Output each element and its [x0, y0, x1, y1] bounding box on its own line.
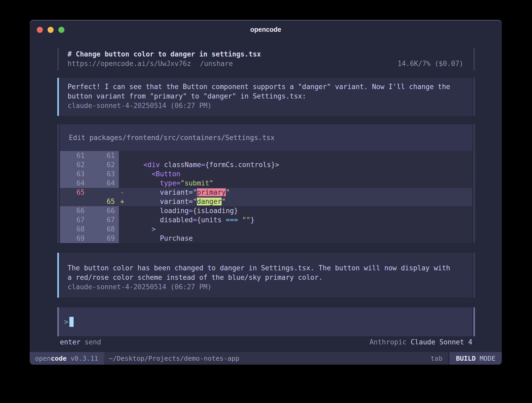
prompt-input[interactable]: >: [57, 307, 475, 336]
status-bar: opencode v0.3.11 ~/Desktop/Projects/demo…: [30, 352, 502, 365]
text-cursor: [69, 317, 74, 327]
share-url[interactable]: https://opencode.ai/s/UwJxv76z: [68, 59, 191, 68]
app-version-segment: opencode v0.3.11: [30, 352, 104, 365]
message-text-line: button variant from "primary" to "danger…: [68, 91, 463, 101]
assistant-message: Perfect! I can see that the Button compo…: [57, 78, 475, 116]
titlebar: opencode: [30, 20, 502, 38]
diff-row: 6666 loading={isLoading}: [60, 206, 472, 215]
message-text-line: Perfect! I can see that the Button compo…: [68, 82, 463, 91]
enter-key-hint: enter: [60, 338, 80, 346]
token-usage: 14.6K/7% ($0.07): [398, 59, 463, 68]
edit-left-rule: [57, 124, 59, 243]
opencode-window: opencode # Change button color to danger…: [30, 20, 502, 365]
diff-row: 65- variant="primary": [60, 188, 472, 197]
build-mode-toggle[interactable]: BUILD MODE: [449, 352, 502, 365]
input-right-rule: [473, 307, 475, 336]
session-title: # Change button color to danger in setti…: [68, 49, 463, 59]
diff-row: 6969 Purchase: [60, 234, 472, 243]
app-version: v0.3.11: [66, 355, 98, 362]
header-right-rule: [473, 48, 475, 70]
edit-tool-title: Edit packages/frontend/src/containers/Se…: [60, 124, 472, 151]
mode-name: BUILD: [456, 355, 475, 362]
window-title: opencode: [30, 26, 502, 33]
model-timestamp: claude-sonnet-4-20250514 (06:27 PM): [68, 101, 463, 110]
mode-suffix: MODE: [476, 355, 495, 362]
diff-row: 6363 <Button: [60, 169, 472, 179]
edit-tool-block: Edit packages/frontend/src/containers/Se…: [57, 124, 475, 243]
model-timestamp: claude-sonnet-4-20250514 (06:27 PM): [68, 282, 463, 292]
app-name-code: code: [51, 355, 66, 362]
diff-row: 6161: [60, 151, 472, 160]
provider-label: Anthropic: [370, 338, 407, 346]
edit-right-rule: [473, 124, 475, 243]
message-right-rule: [473, 253, 475, 298]
model-label: Claude Sonnet 4: [411, 338, 472, 346]
unshare-command[interactable]: /unshare: [200, 59, 233, 68]
diff-row: 6464 type="submit": [60, 179, 472, 188]
message-right-rule: [473, 78, 475, 116]
diff-row: 6868 >: [60, 225, 472, 234]
message-text-line: The button color has been changed to dan…: [68, 263, 463, 273]
diff-row: 6767 disabled={units === ""}: [60, 215, 472, 225]
session-header: # Change button color to danger in setti…: [57, 48, 475, 70]
footer-hints: enter send Anthropic Claude Sonnet 4: [60, 337, 472, 347]
diff-row: 6262 <div className={formCs.controls}>: [60, 160, 472, 169]
diff-row: 65+ variant="danger": [60, 197, 472, 206]
send-label: send: [85, 338, 101, 346]
prompt-caret: >: [64, 318, 68, 326]
app-name-open: open: [35, 355, 51, 362]
message-text-line: a red/rose color scheme instead of the b…: [68, 273, 463, 282]
screen: opencode # Change button color to danger…: [0, 0, 532, 403]
working-directory: ~/Desktop/Projects/demo-notes-app: [109, 352, 239, 365]
tab-key-hint: tab: [431, 352, 448, 365]
diff-rows: 61616262 <div className={formCs.controls…: [60, 151, 472, 243]
assistant-message: The button color has been changed to dan…: [57, 253, 475, 298]
